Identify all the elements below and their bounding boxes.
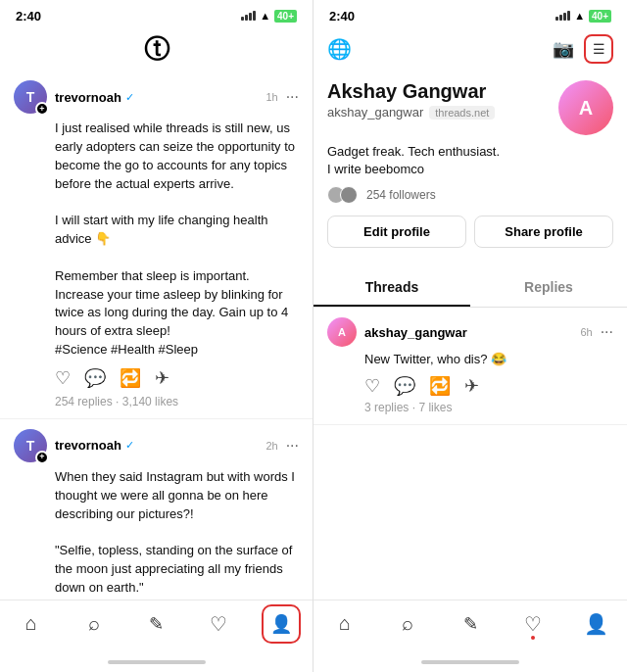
post-2-header: T trevornoah ✓ 2h ··· bbox=[14, 429, 299, 462]
post-1-stats: 254 replies · 3,140 likes bbox=[55, 395, 299, 408]
thread-post-1-stats: 3 replies · 7 likes bbox=[364, 401, 613, 414]
right-bottom-nav: ⌂ ⌕ ✎ ♡ 👤 bbox=[314, 600, 627, 652]
thread-post-1-username: akshay_gangwar bbox=[364, 325, 467, 340]
right-signal-icon bbox=[555, 11, 570, 21]
left-app-header: ⓣ bbox=[0, 27, 313, 71]
post-1-header-left: T trevornoah ✓ bbox=[14, 80, 134, 114]
right-home-indicator bbox=[314, 652, 627, 672]
thread-like-icon[interactable]: ♡ bbox=[364, 375, 380, 397]
profile-avatar: A bbox=[558, 80, 613, 135]
right-nav-profile[interactable]: 👤 bbox=[576, 604, 615, 644]
left-heart-icon: ♡ bbox=[210, 612, 227, 636]
right-status-bar: 2:40 ▲ 40+ bbox=[314, 0, 627, 27]
heart-notification-dot bbox=[531, 636, 535, 640]
left-status-bar: 2:40 ▲ 40+ bbox=[0, 0, 313, 27]
thread-post-1-avatar: A bbox=[327, 317, 357, 347]
right-wifi-icon: ▲ bbox=[574, 10, 585, 22]
post-1-likes: 3,140 likes bbox=[122, 395, 178, 408]
post-2-more-btn[interactable]: ··· bbox=[286, 437, 299, 455]
threads-logo: ⓣ bbox=[144, 32, 169, 67]
post-2-avatar-wrap: T bbox=[14, 429, 47, 462]
thread-comment-icon[interactable]: 💬 bbox=[394, 375, 415, 397]
post-1-add-btn[interactable] bbox=[35, 102, 49, 116]
thread-post-1-header-right: 6h ··· bbox=[580, 323, 613, 341]
post-2-username: trevornoah bbox=[55, 438, 121, 453]
hamburger-icon: ☰ bbox=[593, 41, 605, 57]
right-nav-heart[interactable]: ♡ bbox=[513, 604, 553, 644]
thread-post-1-more[interactable]: ··· bbox=[601, 323, 613, 341]
profile-info: Akshay Gangwar akshay_gangwar threads.ne… bbox=[327, 80, 495, 120]
left-bottom-nav: ⌂ ⌕ ✎ ♡ 👤 bbox=[0, 600, 313, 652]
right-nav-compose[interactable]: ✎ bbox=[451, 604, 490, 644]
left-home-icon: ⌂ bbox=[25, 612, 37, 635]
post-1-comment-icon[interactable]: 💬 bbox=[84, 367, 106, 389]
left-nav-heart[interactable]: ♡ bbox=[199, 604, 238, 644]
share-profile-button[interactable]: Share profile bbox=[474, 216, 613, 248]
post-1-replies: 254 replies bbox=[55, 395, 113, 408]
left-profile-icon: 👤 bbox=[270, 613, 292, 635]
left-compose-icon: ✎ bbox=[149, 613, 164, 635]
left-status-icons: ▲ 40+ bbox=[241, 10, 297, 23]
thread-replies: 3 replies bbox=[364, 401, 409, 414]
menu-button[interactable]: ☰ bbox=[584, 34, 613, 64]
tab-threads[interactable]: Threads bbox=[314, 269, 470, 307]
left-search-icon: ⌕ bbox=[88, 612, 100, 635]
left-nav-search[interactable]: ⌕ bbox=[74, 604, 114, 644]
thread-post-1: A akshay_gangwar 6h ··· New Twitter, who… bbox=[314, 308, 627, 424]
thread-repost-icon[interactable]: 🔁 bbox=[429, 375, 451, 397]
left-nav-profile[interactable]: 👤 bbox=[262, 604, 301, 644]
right-nav-home[interactable]: ⌂ bbox=[325, 604, 364, 644]
post-2-header-left: T trevornoah ✓ bbox=[14, 429, 134, 462]
post-2-add-btn[interactable] bbox=[35, 451, 49, 464]
thread-post-1-content: New Twitter, who dis? 😂 bbox=[364, 351, 613, 368]
thread-post-1-actions: ♡ 💬 🔁 ✈ bbox=[364, 375, 613, 397]
post-2-username-row: trevornoah ✓ bbox=[55, 438, 134, 453]
right-home-bar bbox=[421, 660, 519, 664]
left-home-indicator bbox=[0, 652, 313, 672]
post-1-header-right: 1h ··· bbox=[265, 88, 299, 106]
right-heart-icon: ♡ bbox=[524, 612, 542, 636]
profile-bio: Gadget freak. Tech enthusiast. I write b… bbox=[327, 143, 613, 178]
thread-post-1-header-left: A akshay_gangwar bbox=[327, 317, 467, 347]
camera-icon[interactable]: 📷 bbox=[553, 38, 574, 60]
profile-buttons: Edit profile Share profile bbox=[327, 216, 613, 248]
followers-count: 254 followers bbox=[366, 188, 436, 202]
post-1-content: I just realised while threads is still n… bbox=[55, 120, 299, 360]
post-2-content: When they said Instagram but with words … bbox=[55, 468, 299, 600]
thread-likes: 7 likes bbox=[418, 401, 452, 414]
post-2-time: 2h bbox=[265, 440, 277, 452]
left-nav-home[interactable]: ⌂ bbox=[12, 604, 51, 644]
post-1-share-icon[interactable]: ✈ bbox=[155, 367, 169, 389]
right-time: 2:40 bbox=[329, 9, 355, 24]
tab-replies[interactable]: Replies bbox=[470, 269, 627, 307]
left-time: 2:40 bbox=[16, 9, 41, 24]
edit-profile-button[interactable]: Edit profile bbox=[327, 216, 466, 248]
right-spacer bbox=[314, 425, 627, 600]
post-2: T trevornoah ✓ 2h ··· When they bbox=[0, 419, 313, 600]
globe-icon[interactable]: 🌐 bbox=[327, 37, 352, 61]
profile-handle: akshay_gangwar bbox=[327, 105, 423, 120]
post-1: T trevornoah ✓ 1h ··· I just re bbox=[0, 71, 313, 419]
right-nav-search[interactable]: ⌕ bbox=[388, 604, 427, 644]
profile-name: Akshay Gangwar bbox=[327, 80, 495, 103]
signal-icon bbox=[241, 11, 256, 21]
thread-share-icon[interactable]: ✈ bbox=[464, 375, 479, 397]
right-home-icon: ⌂ bbox=[339, 612, 351, 635]
profile-top: Akshay Gangwar akshay_gangwar threads.ne… bbox=[327, 80, 613, 135]
post-1-time: 1h bbox=[265, 91, 277, 103]
post-1-avatar-wrap: T bbox=[14, 80, 47, 114]
feed: T trevornoah ✓ 1h ··· I just re bbox=[0, 71, 313, 600]
followers-row: 254 followers bbox=[327, 186, 613, 204]
post-2-header-right: 2h ··· bbox=[265, 437, 299, 455]
post-1-dot: · bbox=[116, 395, 122, 408]
post-2-user-info: trevornoah ✓ bbox=[55, 438, 134, 453]
post-1-verified: ✓ bbox=[125, 91, 134, 104]
battery-icon: 40+ bbox=[274, 10, 297, 23]
left-nav-compose[interactable]: ✎ bbox=[136, 604, 175, 644]
post-1-repost-icon[interactable]: 🔁 bbox=[120, 367, 141, 389]
profile-handle-row: akshay_gangwar threads.net bbox=[327, 105, 495, 120]
post-1-more-btn[interactable]: ··· bbox=[286, 88, 299, 106]
post-1-like-icon[interactable]: ♡ bbox=[55, 367, 71, 389]
follower-avatars bbox=[327, 186, 353, 204]
post-1-user-info: trevornoah ✓ bbox=[55, 90, 134, 105]
